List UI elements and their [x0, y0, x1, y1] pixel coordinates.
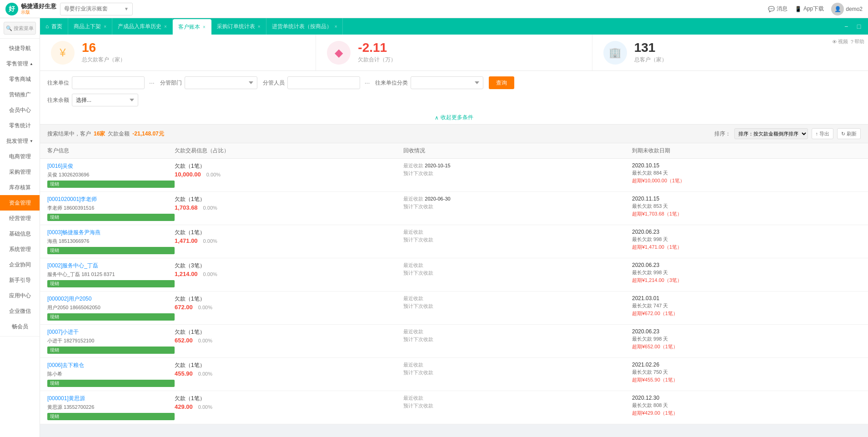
sidebar-item-purchase[interactable]: 采购管理: [0, 164, 40, 180]
tab-product-shelf[interactable]: 商品上下架 ×: [68, 18, 112, 35]
sidebar-item-ecommerce[interactable]: 电商管理: [0, 149, 40, 164]
app-download-btn[interactable]: 📱 App下载: [795, 5, 824, 13]
result-bar-left: 搜索结果中，客户 16家 欠款金额 -21,148.07元: [47, 130, 164, 138]
customer-name-4[interactable]: [0002]服务中心_丁磊: [47, 262, 175, 270]
customer-name-5[interactable]: [000002]用户2050: [47, 295, 175, 303]
filter-row-2: 往来余额 选择...: [47, 94, 861, 106]
overdue-link-3[interactable]: 超期¥1,471.00（1笔）: [632, 244, 861, 251]
customer-sub-1: 吴俊 13026203696: [47, 171, 175, 178]
recovery-cell-3: 最近收款 预计下次收款: [403, 229, 632, 243]
overdue-cell-4: 2020.06.23 最长欠款 998 天 超期¥1,214.00（3笔）: [632, 262, 861, 284]
dept-select[interactable]: [185, 76, 257, 89]
customer-name-6[interactable]: [0007]小进干: [47, 328, 175, 336]
sidebar-item-finance[interactable]: 资金管理: [0, 195, 40, 211]
overdue-link-8[interactable]: 超期¥429.00（1笔）: [632, 410, 861, 417]
sidebar-item-enterprise-wechat[interactable]: 企业微信: [0, 303, 40, 319]
refresh-btn[interactable]: ↻ 刷新: [837, 128, 861, 139]
customer-sub-4: 服务中心_丁磊 181 0125 8371: [47, 271, 175, 278]
sidebar-item-system[interactable]: 系统管理: [0, 241, 40, 257]
sidebar-item-enterprise-coop[interactable]: 企业协同: [0, 257, 40, 272]
sidebar-item-member[interactable]: 会员中心: [0, 102, 40, 118]
sort-select[interactable]: 排序：按欠款金额倒序排序: [734, 128, 808, 139]
sidebar-item-basic-info[interactable]: 基础信息: [0, 226, 40, 241]
tab-inbound-stats[interactable]: 进货单统计表（按商品） ×: [266, 18, 343, 35]
customer-name-3[interactable]: [0003]畅捷服务尹海燕: [47, 229, 175, 236]
stat-card-3: 🏢 131 总客户（家） 👁 视频 ? 帮助: [592, 35, 868, 70]
customer-cell-3: [0003]畅捷服务尹海燕 海燕 18513066976 现销: [47, 229, 175, 254]
stat-icon-total: 🏢: [603, 41, 627, 65]
tab-bar: ⌂ 首页 商品上下架 × 产成品入库单历史 × 客户账本 × 采购订单统计表 ×…: [40, 18, 868, 35]
help-btn[interactable]: ? 帮助: [851, 38, 864, 45]
overdue-link-2[interactable]: 超期¥1,703.68（1笔）: [632, 211, 861, 217]
table-row: [0003]畅捷服务尹海燕 海燕 18513066976 现销 欠款（1笔） 1…: [40, 225, 868, 258]
unit-class-select[interactable]: [411, 76, 483, 89]
collapse-btn[interactable]: ∧ 收起更多条件: [47, 111, 861, 124]
customer-sub-6: 小进干 18279152100: [47, 337, 175, 344]
person-input[interactable]: [287, 76, 360, 89]
recovery-label-6: 最近收款: [403, 329, 423, 334]
sidebar-item-marketing[interactable]: 营销推广: [0, 87, 40, 102]
sidebar-item-inventory[interactable]: 库存核算: [0, 180, 40, 195]
tab-close-production-history[interactable]: ×: [164, 24, 167, 29]
person-dots[interactable]: ···: [365, 79, 370, 86]
tab-home[interactable]: ⌂ 首页: [40, 18, 68, 35]
recovery-cell-2: 最近收款 2020-06-30 预计下次收款: [403, 196, 632, 210]
from-unit-dots[interactable]: ···: [149, 79, 155, 86]
tab-close-customer-account[interactable]: ×: [203, 25, 206, 30]
customer-name-1[interactable]: [0016]吴俊: [47, 162, 175, 170]
customer-name-7[interactable]: [0006]去下粮仓: [47, 362, 175, 369]
view-btn[interactable]: 👁 视频: [832, 38, 848, 45]
from-unit-label: 往来单位: [47, 79, 69, 87]
debt-count-2: 欠款（1笔）: [175, 196, 403, 203]
sidebar-item-app-center[interactable]: 应用中心: [0, 288, 40, 303]
user-menu[interactable]: 👤 demo2: [831, 3, 863, 15]
from-unit-input[interactable]: [72, 76, 145, 89]
tab-production-history[interactable]: 产成品入库单历史 ×: [112, 18, 173, 35]
customer-name-8[interactable]: [000001]黄思源: [47, 395, 175, 402]
customer-cell-1: [0016]吴俊 吴俊 13026203696 现销: [47, 162, 175, 188]
customer-tag-2: 现销: [47, 214, 175, 221]
tab-purchase-order[interactable]: 采购订单统计表 ×: [211, 18, 266, 35]
overdue-link-4[interactable]: 超期¥1,214.00（3笔）: [632, 277, 861, 284]
recovery-date-1: 2020-10-15: [425, 163, 450, 168]
debt-row-4: 1,214.00 0.00%: [175, 271, 403, 277]
table-area: 客户信息 欠款交易信息（占比） 回收情况 到期未收款日期 [0016]吴俊 吴俊…: [40, 143, 868, 424]
table-row: [000001]黄思源 黄思源 13552700226 现销 欠款（1笔） 42…: [40, 391, 868, 424]
recovery-note-6: 预计下次收款: [403, 336, 632, 343]
overdue-link-5[interactable]: 超期¥672.00（1笔）: [632, 310, 861, 317]
customer-cell-4: [0002]服务中心_丁磊 服务中心_丁磊 181 0125 8371 现销: [47, 262, 175, 287]
sidebar-item-retail-store[interactable]: 零售商城: [0, 71, 40, 87]
customer-name-2[interactable]: [0001020001]李老师: [47, 196, 175, 203]
overdue-link-6[interactable]: 超期¥652.00（1笔）: [632, 343, 861, 350]
overdue-days-4: 最长欠款 998 天: [632, 269, 861, 276]
sidebar-item-member-plus[interactable]: 畅会员: [0, 319, 40, 334]
tab-close-inbound-stats[interactable]: ×: [335, 24, 337, 29]
sidebar-search-btn[interactable]: 🔍 搜索菜单: [4, 22, 36, 35]
sidebar-item-quick[interactable]: 快捷导航: [0, 40, 40, 56]
tab-close-product-shelf[interactable]: ×: [104, 24, 106, 29]
debt-amount-4: 1,214.00: [175, 271, 198, 277]
sidebar-item-batch-mgmt[interactable]: 批发管理 ▼: [0, 133, 40, 149]
sidebar-item-retail-stats[interactable]: 零售统计: [0, 118, 40, 133]
sidebar-item-operations[interactable]: 经营管理: [0, 211, 40, 226]
overdue-date-5: 2021.03.01: [632, 295, 861, 301]
tab-close-purchase-order[interactable]: ×: [258, 24, 261, 29]
overdue-link-1[interactable]: 超期¥10,000.00（1笔）: [632, 177, 861, 184]
search-button[interactable]: 查询: [489, 76, 514, 89]
diamond-icon: ◆: [335, 46, 343, 59]
customer-sub-5: 用户2050 18665062050: [47, 304, 175, 311]
sidebar-item-new-guide[interactable]: 新手引导: [0, 272, 40, 288]
message-btn[interactable]: 💬 消息: [768, 5, 788, 13]
sidebar-item-retail-mgmt[interactable]: 零售管理 ▲: [0, 56, 40, 71]
tab-customer-account[interactable]: 客户账本 ×: [173, 19, 211, 35]
export-btn[interactable]: ↑ 导出: [812, 128, 834, 139]
customer-sub-3: 海燕 18513066976: [47, 238, 175, 245]
recovery-note-3: 预计下次收款: [403, 236, 632, 243]
avatar: 👤: [831, 3, 844, 15]
window-minimize-btn[interactable]: −: [841, 21, 852, 32]
sidebar-nav: 快捷导航 零售管理 ▲ 零售商城 营销推广 会员中心 零售统计 批发管理 ▼: [0, 39, 40, 337]
overdue-link-7[interactable]: 超期¥455.90（1笔）: [632, 377, 861, 383]
balance-select[interactable]: 选择...: [72, 94, 138, 106]
company-dropdown[interactable]: 母婴行业演示账套 ▼: [60, 3, 133, 15]
window-maximize-btn[interactable]: □: [853, 21, 864, 32]
